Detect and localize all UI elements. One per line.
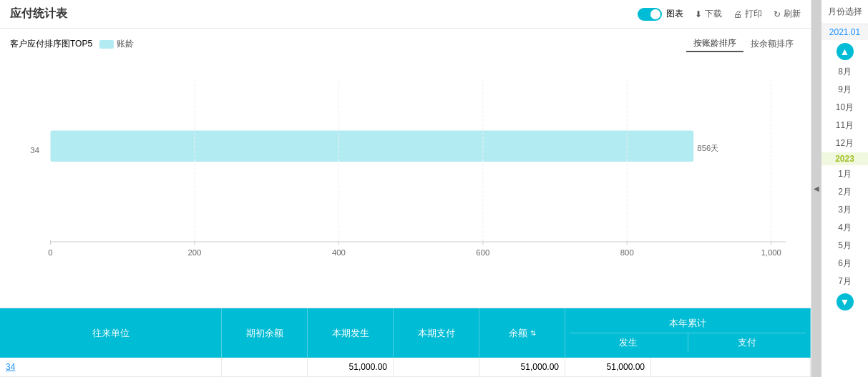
month-item-5[interactable]: 5月 bbox=[821, 237, 868, 255]
sidebar-collapse-button[interactable]: ◀ bbox=[811, 0, 821, 377]
month-item-11[interactable]: 11月 bbox=[821, 117, 868, 134]
print-button[interactable]: 🖨 打印 bbox=[733, 8, 762, 20]
svg-rect-1 bbox=[50, 131, 693, 162]
sidebar-wrapper: ◀ 月份选择 2021.01 ▲ 8月 9月 10月 11月 12月 2023 … bbox=[811, 0, 868, 377]
refresh-icon: ↻ bbox=[774, 9, 781, 19]
legend-color-box bbox=[99, 40, 114, 49]
header-actions: 图表 ⬇ 下载 🖨 打印 ↻ 刷新 bbox=[638, 8, 801, 21]
month-item-6[interactable]: 6月 bbox=[821, 255, 868, 273]
month-item-3[interactable]: 3月 bbox=[821, 201, 868, 219]
svg-text:600: 600 bbox=[476, 248, 489, 257]
legend-item-label: 账龄 bbox=[117, 38, 134, 50]
chart-legend: 客户应付排序图TOP5 账龄 bbox=[10, 38, 134, 50]
month-item-1[interactable]: 1月 bbox=[821, 165, 868, 183]
year-label-2023: 2023 bbox=[821, 152, 868, 165]
td-yue: 51,000.00 bbox=[479, 358, 565, 376]
chart-legend-title: 客户应付排序图TOP5 bbox=[10, 38, 92, 50]
svg-text:1,000: 1,000 bbox=[761, 248, 781, 257]
svg-text:856天: 856天 bbox=[697, 144, 718, 152]
th-bennianjilei: 本年累计 发生 支付 bbox=[565, 308, 811, 358]
td-qichu bbox=[222, 358, 308, 376]
table-row: 34 51,000.00 51,000.00 51,000.00 bbox=[0, 358, 811, 377]
month-list: 8月 9月 10月 11月 12月 2023 1月 2月 3月 4月 5月 6月… bbox=[821, 63, 868, 290]
print-icon: 🖨 bbox=[733, 9, 742, 19]
chart-area: 客户应付排序图TOP5 账龄 按账龄排序 按余额排序 34 856天 bbox=[0, 29, 811, 308]
month-item-10[interactable]: 10月 bbox=[821, 99, 868, 117]
download-icon: ⬇ bbox=[695, 9, 702, 19]
table-header-row: 往来单位 期初余额 本期发生 本期支付 余额 ⇅ 本年累计 bbox=[0, 308, 811, 358]
month-item-8[interactable]: 8月 bbox=[821, 63, 868, 81]
collapse-icon: ◀ bbox=[814, 185, 819, 192]
th-bennianjilei-zhifu: 支付 bbox=[688, 333, 806, 352]
svg-text:400: 400 bbox=[332, 248, 346, 257]
sort-by-balance-button[interactable]: 按账龄排序 bbox=[686, 36, 743, 52]
sort-buttons: 按账龄排序 按余额排序 bbox=[686, 36, 801, 52]
th-qichu: 期初余额 bbox=[222, 308, 308, 358]
sidebar-down-button[interactable]: ▼ bbox=[837, 293, 854, 310]
page-title: 应付统计表 bbox=[10, 6, 67, 21]
svg-text:200: 200 bbox=[187, 248, 201, 257]
td-benqi-fasheng: 51,000.00 bbox=[308, 358, 394, 376]
month-item-7[interactable]: 7月 bbox=[821, 273, 868, 290]
table-section: 往来单位 期初余额 本期发生 本期支付 余额 ⇅ 本年累计 bbox=[0, 308, 811, 377]
month-item-12[interactable]: 12月 bbox=[821, 134, 868, 152]
month-item-2[interactable]: 2月 bbox=[821, 183, 868, 201]
download-button[interactable]: ⬇ 下载 bbox=[695, 8, 722, 20]
td-benqi-zhifu bbox=[394, 358, 479, 376]
refresh-button[interactable]: ↻ 刷新 bbox=[774, 8, 801, 20]
sidebar-current-date[interactable]: 2021.01 bbox=[821, 24, 868, 40]
toggle-thumb bbox=[650, 9, 660, 19]
svg-text:34: 34 bbox=[30, 146, 39, 155]
chevron-down-icon: ▼ bbox=[840, 296, 850, 308]
chart-controls: 客户应付排序图TOP5 账龄 按账龄排序 按余额排序 bbox=[10, 36, 801, 52]
th-bennianjilei-fasheng: 发生 bbox=[570, 333, 688, 352]
th-benqi-fasheng: 本期发生 bbox=[308, 308, 394, 358]
page-header: 应付统计表 图表 ⬇ 下载 🖨 打印 ↻ 刷新 bbox=[0, 0, 811, 29]
sort-icon: ⇅ bbox=[530, 329, 536, 337]
legend-item: 账龄 bbox=[99, 38, 134, 50]
sidebar-inner: 月份选择 2021.01 ▲ 8月 9月 10月 11月 12月 2023 1月… bbox=[821, 0, 868, 377]
td-bennianjilei-zhifu bbox=[651, 358, 811, 376]
th-benqi-zhifu: 本期支付 bbox=[394, 308, 479, 358]
print-label: 打印 bbox=[745, 8, 762, 20]
month-item-9[interactable]: 9月 bbox=[821, 81, 868, 99]
refresh-label: 刷新 bbox=[784, 8, 801, 20]
sidebar-up-button[interactable]: ▲ bbox=[837, 43, 854, 60]
chevron-up-icon: ▲ bbox=[840, 46, 850, 57]
th-yue: 余额 ⇅ bbox=[479, 308, 565, 358]
download-label: 下载 bbox=[705, 8, 722, 20]
chart-toggle[interactable]: 图表 bbox=[638, 8, 683, 21]
td-zhanglai[interactable]: 34 bbox=[0, 358, 222, 376]
toggle-track bbox=[638, 8, 662, 21]
th-zhanglai: 往来单位 bbox=[0, 308, 222, 358]
td-bennianjilei-fasheng: 51,000.00 bbox=[565, 358, 651, 376]
th-bennianjilei-sub: 发生 支付 bbox=[570, 333, 806, 352]
svg-text:800: 800 bbox=[620, 248, 634, 257]
sort-by-amount-button[interactable]: 按余额排序 bbox=[743, 36, 801, 52]
month-item-4[interactable]: 4月 bbox=[821, 219, 868, 237]
svg-text:0: 0 bbox=[48, 248, 52, 257]
chart-svg: 34 856天 0 200 400 600 800 1,000 bbox=[17, 57, 801, 264]
chart-container: 34 856天 0 200 400 600 800 1,000 bbox=[17, 57, 801, 264]
toggle-label: 图表 bbox=[666, 8, 683, 20]
th-bennianjilei-top: 本年累计 bbox=[570, 314, 806, 333]
sidebar-header: 月份选择 bbox=[821, 0, 868, 24]
